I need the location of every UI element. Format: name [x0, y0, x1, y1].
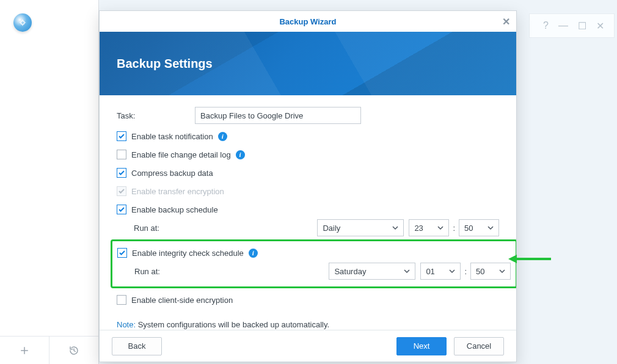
info-icon[interactable]: i	[249, 249, 258, 258]
chevron-down-icon	[499, 267, 505, 276]
enable-notification-label: Enable task notification	[131, 132, 213, 141]
chevron-down-icon	[392, 224, 398, 233]
task-label: Task:	[117, 111, 195, 120]
integrity-highlight: Enable integrity check schedule i Run at…	[111, 239, 516, 288]
chevron-down-icon	[404, 267, 410, 276]
help-icon[interactable]: ?	[543, 20, 549, 31]
svg-point-0	[21, 21, 24, 24]
dialog-close-icon[interactable]: ✕	[502, 16, 510, 27]
enable-notification-checkbox[interactable]: Enable task notification i	[117, 127, 499, 145]
dialog-title: Backup Wizard	[279, 17, 336, 26]
maximize-icon[interactable]: ☐	[578, 20, 586, 32]
chevron-down-icon	[449, 267, 455, 276]
dialog-banner: Backup Settings	[100, 32, 516, 95]
note-text: Note: System configurations will be back…	[117, 320, 499, 329]
dialog-body: Task: Enable task notification i Enable …	[100, 95, 516, 330]
back-button[interactable]: Back	[112, 337, 162, 355]
client-side-encryption-label: Enable client-side encryption	[131, 296, 233, 305]
run-at-label: Run at:	[117, 224, 195, 233]
chevron-down-icon	[437, 224, 444, 233]
annotation-arrow	[508, 254, 551, 264]
compress-label: Compress backup data	[131, 169, 213, 178]
app-sidebar	[0, 0, 99, 364]
integrity-check-label: Enable integrity check schedule	[132, 249, 244, 258]
backup-schedule-checkbox[interactable]: Enable backup schedule	[117, 200, 499, 219]
cancel-button[interactable]: Cancel	[454, 337, 504, 355]
integrity-check-checkbox[interactable]: Enable integrity check schedule i	[117, 244, 511, 262]
info-icon[interactable]: i	[236, 150, 245, 159]
integrity-day-select[interactable]: Saturday	[329, 263, 415, 280]
integrity-hour-select[interactable]: 01	[420, 263, 461, 280]
add-button[interactable]	[0, 337, 49, 364]
chevron-down-icon	[487, 224, 494, 233]
transfer-encryption-checkbox: Enable transfer encryption	[117, 182, 499, 200]
history-button[interactable]	[49, 337, 98, 364]
schedule-min-select[interactable]: 50	[459, 219, 499, 236]
enable-file-change-log-label: Enable file change detail log	[131, 150, 231, 159]
app-logo	[13, 13, 32, 32]
schedule-hour-select[interactable]: 23	[409, 219, 449, 236]
dialog-footer: Back Next Cancel	[100, 330, 516, 362]
client-side-encryption-checkbox[interactable]: Enable client-side encryption	[117, 291, 499, 309]
integrity-min-select[interactable]: 50	[470, 263, 511, 280]
integrity-run-at-label: Run at:	[117, 267, 195, 276]
next-button[interactable]: Next	[396, 337, 447, 355]
backup-schedule-label: Enable backup schedule	[131, 205, 218, 214]
minimize-icon[interactable]: —	[558, 20, 568, 31]
info-icon[interactable]: i	[218, 132, 227, 141]
task-name-input[interactable]	[195, 107, 361, 124]
dialog-heading: Backup Settings	[117, 57, 213, 71]
backup-wizard-dialog: Backup Wizard ✕ Backup Settings Task: En…	[99, 10, 517, 362]
background-window-controls: ? — ☐ ✕	[529, 13, 615, 38]
dialog-titlebar: Backup Wizard ✕	[100, 11, 516, 32]
compress-checkbox[interactable]: Compress backup data	[117, 164, 499, 182]
close-icon[interactable]: ✕	[596, 20, 604, 32]
schedule-day-select[interactable]: Daily	[317, 219, 404, 236]
enable-file-change-log-checkbox[interactable]: Enable file change detail log i	[117, 145, 499, 164]
transfer-encryption-label: Enable transfer encryption	[131, 187, 224, 196]
